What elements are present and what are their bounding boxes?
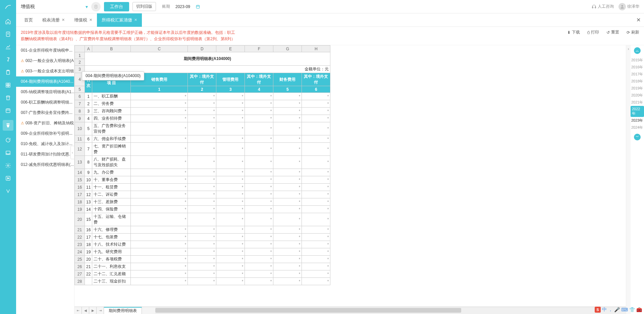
cell[interactable]: * xyxy=(273,115,302,122)
user-menu[interactable]: 徐泽华 xyxy=(619,3,639,10)
consult-button[interactable]: 人工咨询 xyxy=(592,4,614,9)
tab-0[interactable]: 首页 xyxy=(19,13,38,27)
cell[interactable]: * xyxy=(273,263,302,270)
cell[interactable]: * xyxy=(131,213,188,226)
cell[interactable]: * xyxy=(216,263,245,270)
ime-keyboard-icon[interactable]: ⌨ xyxy=(621,307,628,312)
cell[interactable]: * xyxy=(245,100,273,108)
cell[interactable]: * xyxy=(216,93,245,100)
company-select[interactable]: 增值税 ▾ xyxy=(21,4,88,10)
ime-logo-icon[interactable]: S xyxy=(595,307,601,313)
close-icon[interactable]: ✕ xyxy=(134,18,137,22)
ime-tool-icon[interactable]: 🧰 xyxy=(636,307,642,312)
sheet-nav-first[interactable]: ⇤ xyxy=(74,307,82,314)
cell[interactable]: * xyxy=(302,226,330,234)
close-icon[interactable]: ✕ xyxy=(89,18,92,22)
year-down-button[interactable]: ︾ xyxy=(634,134,641,140)
cell[interactable]: * xyxy=(273,184,302,191)
form-item-4[interactable]: 005-纳税调整项目明细表(A1... xyxy=(16,87,74,97)
cell[interactable]: * xyxy=(216,191,245,198)
cell[interactable]: * xyxy=(188,191,216,198)
cell[interactable]: * xyxy=(188,270,216,278)
cell[interactable]: * xyxy=(131,270,188,278)
cell[interactable]: * xyxy=(216,169,245,176)
nav-play-icon[interactable] xyxy=(5,175,11,182)
cell[interactable]: * xyxy=(245,256,273,263)
cell[interactable]: * xyxy=(273,206,302,213)
form-item-5[interactable]: 006-职工薪酬纳税调整明细... xyxy=(16,97,74,108)
nav-v-icon[interactable] xyxy=(5,188,11,194)
cell[interactable]: * xyxy=(188,198,216,206)
cell[interactable]: * xyxy=(245,108,273,115)
cell[interactable]: * xyxy=(188,226,216,234)
cell[interactable]: * xyxy=(302,122,330,135)
cell[interactable]: * xyxy=(273,156,302,169)
cell[interactable]: * xyxy=(216,100,245,108)
cell[interactable]: * xyxy=(188,278,216,285)
cell[interactable]: * xyxy=(302,270,330,278)
cell[interactable]: * xyxy=(245,191,273,198)
spreadsheet[interactable]: ABCDEFGH 1期间费用明细表(A104000) 2 3金额单位：元 4 行… xyxy=(74,45,626,307)
cell[interactable]: * xyxy=(188,108,216,115)
cell[interactable]: * xyxy=(302,191,330,198)
cell[interactable]: * xyxy=(131,263,188,270)
switch-old-button[interactable]: 切到旧版 xyxy=(132,2,156,11)
cell[interactable]: * xyxy=(273,198,302,206)
cell[interactable]: * xyxy=(273,241,302,248)
cell[interactable]: * xyxy=(302,206,330,213)
cell[interactable]: * xyxy=(245,143,273,156)
cell[interactable]: * xyxy=(302,198,330,206)
form-item-11[interactable]: 012-减免所得税优惠明细表(... xyxy=(16,160,74,170)
cell[interactable]: * xyxy=(245,270,273,278)
cell[interactable]: * xyxy=(188,184,216,191)
refresh-button[interactable]: ⟳刷新 xyxy=(627,29,639,35)
collapse-handle[interactable]: ‹ xyxy=(70,146,74,159)
cell[interactable]: * xyxy=(245,248,273,256)
year-2019年[interactable]: 2019年 xyxy=(631,85,644,92)
round-doc-button[interactable] xyxy=(91,2,101,11)
sheet-tab[interactable]: 期间费用明细表 xyxy=(104,307,142,314)
cell[interactable]: * xyxy=(131,226,188,234)
cell[interactable]: * xyxy=(273,256,302,263)
cell[interactable]: * xyxy=(188,248,216,256)
nav-grid-icon[interactable] xyxy=(5,82,11,88)
cell[interactable]: * xyxy=(131,256,188,263)
year-2017年[interactable]: 2017年 xyxy=(631,71,644,78)
cell[interactable]: * xyxy=(245,135,273,143)
year-2016年[interactable]: 2016年 xyxy=(631,64,644,71)
form-item-2[interactable]: ⚠003-一般企业成本支出明细... xyxy=(16,66,74,76)
cell[interactable]: * xyxy=(245,169,273,176)
cell[interactable]: * xyxy=(131,278,188,285)
cell[interactable]: * xyxy=(245,213,273,226)
expand-right-handle[interactable]: › xyxy=(626,45,631,314)
cell[interactable]: * xyxy=(273,93,302,100)
cell[interactable]: * xyxy=(302,241,330,248)
cell[interactable]: * xyxy=(273,169,302,176)
cell[interactable]: * xyxy=(216,122,245,135)
cell[interactable]: * xyxy=(188,135,216,143)
cell[interactable]: * xyxy=(216,135,245,143)
cell[interactable]: * xyxy=(216,184,245,191)
cell[interactable]: * xyxy=(131,93,188,100)
cell[interactable]: * xyxy=(216,115,245,122)
year-2022年[interactable]: 2022年 xyxy=(631,106,644,117)
cell[interactable]: * xyxy=(188,256,216,263)
cell[interactable]: * xyxy=(216,213,245,226)
cell[interactable]: * xyxy=(273,226,302,234)
close-all-tabs-icon[interactable]: ✕ xyxy=(636,17,641,23)
year-2015年[interactable]: 2015年 xyxy=(631,57,644,64)
form-item-10[interactable]: 011-研发费用加计扣除优惠... xyxy=(16,149,74,160)
cell[interactable]: * xyxy=(188,100,216,108)
cell[interactable]: * xyxy=(302,176,330,184)
cell[interactable]: * xyxy=(273,213,302,226)
cell[interactable]: * xyxy=(216,234,245,241)
cell[interactable]: * xyxy=(216,256,245,263)
cell[interactable]: * xyxy=(302,93,330,100)
year-2024年[interactable]: 2024年 xyxy=(631,124,644,131)
form-item-1[interactable]: ⚠002-一般企业收入明细表(A... xyxy=(16,56,74,66)
cell[interactable]: * xyxy=(216,176,245,184)
cell[interactable]: * xyxy=(245,234,273,241)
cell[interactable]: * xyxy=(131,198,188,206)
cell[interactable]: * xyxy=(273,270,302,278)
cell[interactable]: * xyxy=(302,143,330,156)
